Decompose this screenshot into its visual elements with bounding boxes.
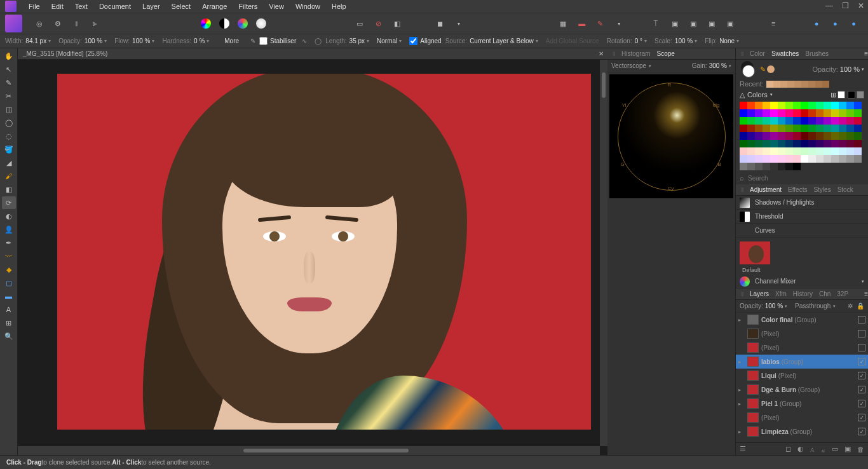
assistant-icon[interactable]: ⚙ [50,16,65,31]
gain-dd-icon[interactable]: ▾ [729,64,731,69]
palette-swatch[interactable] [831,117,839,125]
tab-xfm[interactable]: Xfm [775,290,787,297]
palette-swatch[interactable] [831,109,839,117]
hardness-dd-icon[interactable]: ▾ [207,38,209,44]
palette-swatch[interactable] [831,140,839,147]
vertical-scrollbar[interactable] [600,60,607,446]
palette-swatch[interactable] [770,155,778,163]
menu-edit[interactable]: Edit [46,0,69,13]
palette-swatch[interactable] [831,125,839,132]
palette-swatch[interactable] [755,147,763,155]
flag-icon[interactable]: ▬ [574,16,589,31]
palette-swatch[interactable] [839,109,846,117]
scale-value[interactable]: 100 % [675,37,693,44]
rotation-dd-icon[interactable]: ▾ [644,38,647,44]
hardness-value[interactable]: 0 % [194,37,205,44]
document-tab[interactable]: _MG_3515 [Modified] (25.8%) ✕ [18,48,607,60]
color-opacity-value[interactable]: 100 % [840,65,860,73]
palette-swatch[interactable] [846,147,854,155]
palette-swatch[interactable] [808,155,816,163]
global-source-button[interactable]: Add Global Source [546,37,599,44]
selection-clear-icon[interactable]: ⊘ [371,16,386,31]
palette-swatch[interactable] [778,140,785,147]
selection-rect-icon[interactable]: ▭ [353,16,367,31]
palette-swatch[interactable] [854,109,862,117]
menu-filters[interactable]: Filters [233,0,263,13]
menu-document[interactable]: Document [93,0,137,13]
white-chip[interactable] [837,91,845,99]
layer-blend-dd-icon[interactable]: ▾ [833,304,836,309]
gradient-tool[interactable]: ◢ [2,156,16,169]
palette-swatch[interactable] [785,109,793,117]
palette-swatch[interactable] [846,132,854,140]
group-icon[interactable]: ▭ [832,445,838,453]
palette-swatch[interactable] [854,140,862,147]
layer-row[interactable]: ▸Dge & Burn (Group)✓ [736,383,868,397]
palette-swatch[interactable] [770,163,778,170]
hand-tool[interactable]: ✋ [2,50,16,62]
palette-swatch[interactable] [785,155,793,163]
palette-swatch[interactable] [747,132,755,140]
palette-swatch[interactable] [747,140,755,147]
palette-swatch[interactable] [770,102,778,109]
adj-channel-mixer[interactable]: Channel Mixer▾ [736,275,868,289]
recent-swatch[interactable] [808,81,815,88]
palette-swatch[interactable] [778,109,785,117]
palette-swatch[interactable] [747,155,755,163]
palette-swatch[interactable] [740,102,747,109]
palette-swatch[interactable] [755,155,763,163]
layer-lock-icon[interactable]: 🔒 [857,302,864,309]
palette-swatch[interactable] [763,163,770,170]
palette-swatch[interactable] [824,132,831,140]
palette-swatch[interactable] [778,102,785,109]
adj-shadows[interactable]: Shadows / Highlights [736,196,868,210]
palette-dd-icon[interactable]: ▾ [770,92,773,97]
length-dd-icon[interactable]: ▾ [367,38,369,44]
palette-swatch[interactable] [785,147,793,155]
horizontal-scrollbar[interactable] [18,446,600,455]
menu-view[interactable]: View [263,0,290,13]
layer-row[interactable]: ▸Color final (Group) [736,313,868,327]
rope-icon[interactable]: ∿ [302,37,307,44]
rectangle-tool[interactable]: ▬ [2,290,16,302]
close-tab-icon[interactable]: ✕ [599,50,604,57]
palette-swatch[interactable] [755,117,763,125]
arrange-backward-icon[interactable]: ▣ [723,16,738,31]
palette-swatch[interactable] [740,109,747,117]
palette-swatch[interactable] [793,102,801,109]
tab-color[interactable]: Color [750,50,765,57]
arrange-back-icon[interactable]: ▣ [704,16,719,31]
eyedropper-icon[interactable]: ✎ [760,65,766,74]
flip-value[interactable]: None [719,37,735,44]
palette-swatch[interactable] [740,155,747,163]
palette-swatch[interactable] [755,102,763,109]
layers-menu-icon[interactable]: ≡ [864,290,868,297]
palette-swatch[interactable] [816,132,824,140]
palette-swatch[interactable] [778,132,785,140]
palette-swatch[interactable] [846,117,854,125]
paint-brush-tool[interactable]: 🖌 [2,170,16,182]
panel-menu-icon[interactable]: ≡ [864,50,868,57]
layer-visibility-checkbox[interactable]: ✓ [858,414,865,421]
gradient-tool-icon[interactable] [198,16,213,31]
dropdown-icon[interactable]: ▼ [451,16,466,31]
opacity-dd-icon[interactable]: ▾ [104,38,107,44]
layer-row[interactable]: ▸Limpieza (Group)✓ [736,425,868,438]
blendmode-dd-icon[interactable]: ▾ [399,38,402,44]
layer-visibility-checkbox[interactable] [858,316,865,323]
tone-icon[interactable] [254,16,269,31]
palette-swatch[interactable] [808,147,816,155]
scale-dd-icon[interactable]: ▾ [695,38,697,44]
palette-swatch[interactable] [778,155,785,163]
palette-swatch[interactable] [816,147,824,155]
palette-swatch[interactable] [846,140,854,147]
palette-swatch[interactable] [801,147,808,155]
layer-row[interactable]: ▸labios (Group)✓ [736,355,868,369]
align-icon[interactable]: ≡ [766,16,781,31]
share-icon[interactable]: ⪢ [88,16,102,31]
palette-swatch[interactable] [801,125,808,132]
more-button[interactable]: More [224,37,239,44]
flow-dd-icon[interactable]: ▾ [152,38,154,44]
clone-brush-tool[interactable]: ⟳ [2,196,16,209]
tab-effects[interactable]: Effects [788,186,807,193]
